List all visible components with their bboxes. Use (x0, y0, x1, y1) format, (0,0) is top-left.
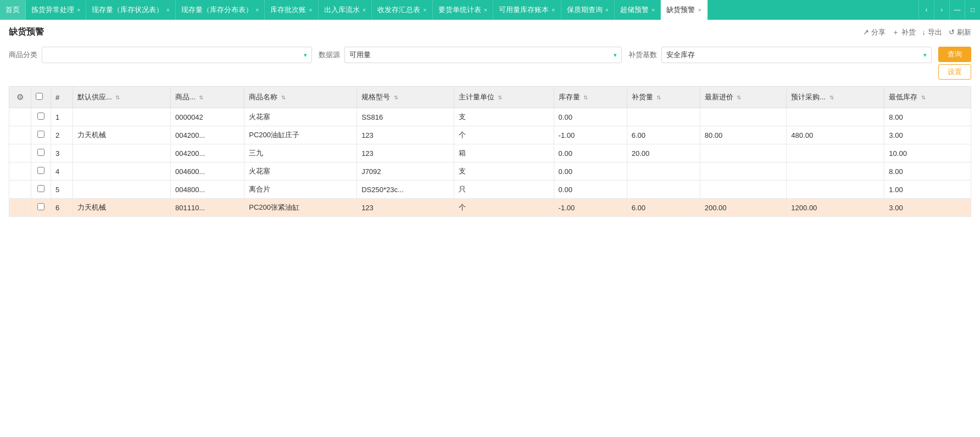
cell-latest-price (700, 163, 787, 181)
cell-replenish-qty (627, 108, 700, 126)
export-button[interactable]: ↓ 导出 (922, 27, 943, 37)
tab-close-shortage[interactable]: × (698, 7, 701, 13)
col-header-latest-price[interactable]: 最新进价 ⇅ (700, 87, 787, 108)
col-header-spec[interactable]: 规格型号 ⇅ (357, 87, 454, 108)
replenish-button[interactable]: ＋ 补货 (892, 27, 916, 37)
col-header-product-code[interactable]: 商品... ⇅ (171, 87, 244, 108)
cell-stock: 0.00 (554, 108, 627, 126)
tab-requisition[interactable]: 要货单统计表 × (433, 0, 493, 20)
gear-icon[interactable]: ⚙ (14, 91, 26, 103)
tab-close-picking[interactable]: × (77, 7, 80, 13)
cell-est-purchase (787, 163, 884, 181)
cell-supplier: 力天机械 (73, 199, 171, 217)
col-header-stock[interactable]: 库存量 ⇅ (554, 87, 627, 108)
table-row: 6力天机械801110...PC200张紧油缸123个-1.006.00200.… (9, 199, 971, 217)
tab-minimize[interactable]: — (949, 0, 965, 20)
select-all-checkbox[interactable] (36, 93, 43, 100)
tab-inout-flow[interactable]: 出入库流水 × (319, 0, 372, 20)
cell-settings (9, 181, 31, 199)
replenish-base-select[interactable]: 安全库存 ▾ (661, 47, 932, 63)
tab-stock-dist[interactable]: 现存量（库存分布表） × (176, 0, 265, 20)
cell-product-name: PC200油缸庄子 (244, 126, 357, 144)
data-table: ⚙ # 默认供应... ⇅ 商品... ⇅ 商品名称 ⇅ (9, 86, 971, 217)
sort-icon-supplier: ⇅ (115, 94, 120, 100)
tab-close-receive[interactable]: × (423, 7, 426, 13)
col-label-min-stock: 最低库存 (889, 93, 917, 101)
tab-close-batch[interactable]: × (309, 7, 312, 13)
cell-checkbox[interactable] (31, 144, 51, 163)
settings-button[interactable]: 设置 (938, 64, 971, 80)
sort-icon-product-code: ⇅ (199, 94, 203, 100)
tab-expiry[interactable]: 保质期查询 × (561, 0, 615, 20)
tab-overstock[interactable]: 超储预警 × (615, 0, 661, 20)
cell-product-code: 004800... (171, 181, 244, 199)
tab-home[interactable]: 首页 (0, 0, 26, 20)
tab-shortage[interactable]: 缺货预警 × (661, 0, 707, 20)
query-button[interactable]: 查询 (938, 47, 971, 62)
sort-icon-min-stock: ⇅ (921, 94, 926, 100)
cell-checkbox[interactable] (31, 126, 51, 144)
col-header-supplier[interactable]: 默认供应... ⇅ (73, 87, 171, 108)
row-checkbox[interactable] (37, 185, 44, 192)
cell-checkbox[interactable] (31, 163, 51, 181)
cell-est-purchase (787, 108, 884, 126)
cell-unit: 个 (454, 126, 554, 144)
col-header-replenish-qty[interactable]: 补货量 ⇅ (627, 87, 700, 108)
table-row: 3004200...三九123箱0.0020.0010.00 (9, 144, 971, 163)
tab-close-inout[interactable]: × (363, 7, 366, 13)
sort-icon-latest-price: ⇅ (737, 94, 741, 100)
col-header-unit[interactable]: 主计量单位 ⇅ (454, 87, 554, 108)
tab-close-stock-dist[interactable]: × (255, 7, 259, 13)
export-icon: ↓ (922, 28, 926, 36)
tab-close-overstock[interactable]: × (652, 7, 655, 13)
col-header-settings[interactable]: ⚙ (9, 87, 31, 108)
tab-close-requisition[interactable]: × (484, 7, 487, 13)
tab-batch-account[interactable]: 库存批次账 × (265, 0, 318, 20)
row-checkbox[interactable] (37, 113, 44, 120)
tab-nav-buttons: ‹ › — □ (918, 0, 980, 20)
cell-settings (9, 163, 31, 181)
tab-receive-summary[interactable]: 收发存汇总表 × (372, 0, 432, 20)
tab-close-available[interactable]: × (552, 7, 555, 13)
cell-checkbox[interactable] (31, 108, 51, 126)
col-header-checkbox[interactable] (31, 87, 51, 108)
col-header-min-stock[interactable]: 最低库存 ⇅ (884, 87, 971, 108)
cell-min-stock: 8.00 (884, 163, 971, 181)
cell-product-code: 004600... (171, 163, 244, 181)
cell-num: 3 (51, 144, 73, 163)
tab-stock-status[interactable]: 现存量（库存状况表） × (86, 0, 175, 20)
row-checkbox[interactable] (37, 149, 44, 156)
row-checkbox[interactable] (37, 167, 44, 174)
cell-product-code: 801110... (171, 199, 244, 217)
cell-supplier (73, 144, 171, 163)
col-header-product-name[interactable]: 商品名称 ⇅ (244, 87, 357, 108)
cell-product-name: PC200张紧油缸 (244, 199, 357, 217)
col-header-est-purchase[interactable]: 预计采购... ⇅ (787, 87, 884, 108)
cell-num: 5 (51, 181, 73, 199)
cell-checkbox[interactable] (31, 181, 51, 199)
table-row: 4004600...火花塞J7092支0.008.00 (9, 163, 971, 181)
tab-close-expiry[interactable]: × (605, 7, 609, 13)
cell-checkbox[interactable] (31, 199, 51, 217)
tab-available[interactable]: 可用量库存账本 × (493, 0, 561, 20)
share-button[interactable]: ↗ 分享 (863, 27, 886, 37)
tab-picking[interactable]: 拣货异常处理 × (26, 0, 86, 20)
cell-latest-price: 200.00 (700, 199, 787, 217)
row-checkbox[interactable] (37, 203, 44, 210)
tab-maximize[interactable]: □ (965, 0, 980, 20)
cell-product-code: 004200... (171, 144, 244, 163)
datasource-select[interactable]: 可用量 ▾ (344, 47, 622, 63)
cell-settings (9, 199, 31, 217)
cell-product-name: 火花塞 (244, 108, 357, 126)
cell-spec: 123 (357, 126, 454, 144)
tab-scroll-right[interactable]: › (934, 0, 949, 20)
col-label-unit: 主计量单位 (459, 93, 494, 101)
refresh-icon: ↺ (949, 28, 955, 36)
category-select[interactable]: ▾ (42, 47, 312, 63)
cell-product-name: 离合片 (244, 181, 357, 199)
refresh-button[interactable]: ↺ 刷新 (949, 27, 971, 37)
tab-close-stock-status[interactable]: × (166, 7, 169, 13)
sort-icon-est-purchase: ⇅ (829, 94, 834, 100)
row-checkbox[interactable] (37, 131, 44, 138)
tab-scroll-left[interactable]: ‹ (918, 0, 934, 20)
